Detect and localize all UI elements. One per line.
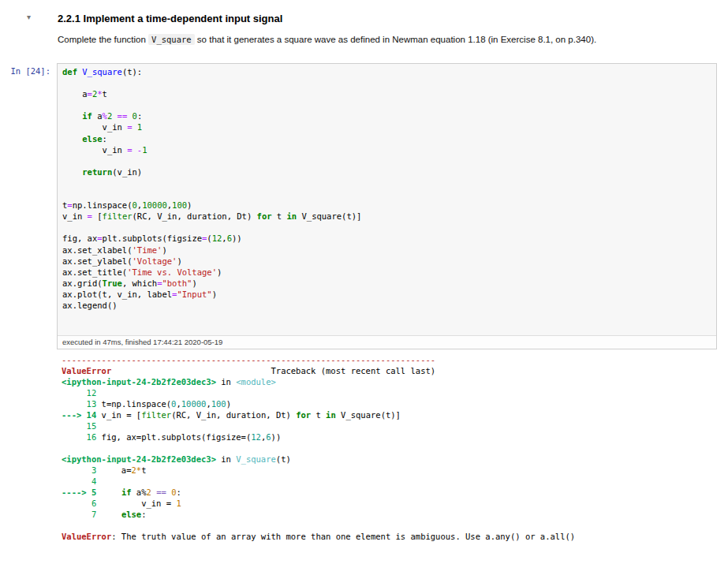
notebook-page: ▾ 2.2.1 Implement a time-dependent input… <box>0 0 728 564</box>
inline-code: V_square <box>148 34 195 45</box>
code-source[interactable]: def V_square(t): a=2*t if a%2 == 0: v_in… <box>58 64 716 335</box>
code-cell: In [24]: def V_square(t): a=2*t if a%2 =… <box>0 63 728 349</box>
error-traceback: ----------------------------------------… <box>57 354 720 542</box>
section-heading: 2.2.1 Implement a time-dependent input s… <box>58 13 720 24</box>
markdown-cell: ▾ 2.2.1 Implement a time-dependent input… <box>0 0 728 44</box>
markdown-paragraph: Complete the function V_square so that i… <box>58 35 720 44</box>
output-area: ----------------------------------------… <box>57 354 720 542</box>
paragraph-text-after: so that it generates a square wave as de… <box>195 35 597 44</box>
input-prompt: In [24]: <box>0 63 57 349</box>
execution-status-bar: executed in 47ms, finished 17:44:21 2020… <box>58 335 716 349</box>
code-input-area[interactable]: def V_square(t): a=2*t if a%2 == 0: v_in… <box>57 63 717 349</box>
paragraph-text-before: Complete the function <box>58 35 148 44</box>
collapse-heading-icon[interactable]: ▾ <box>27 13 31 21</box>
